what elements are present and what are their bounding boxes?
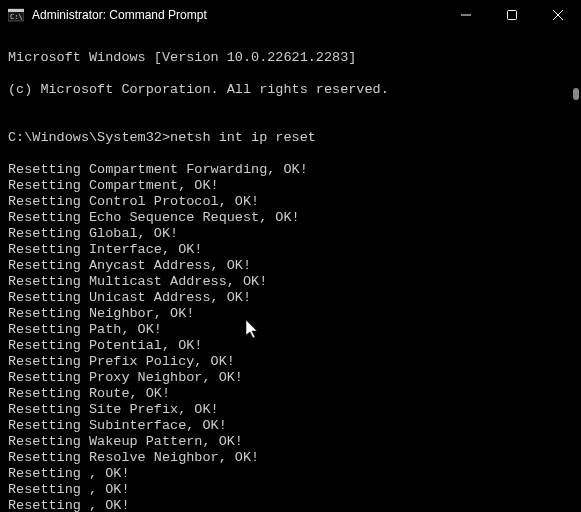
output-line: Resetting Compartment, OK! [8,178,573,194]
minimize-button[interactable] [443,0,489,30]
svg-rect-4 [508,11,517,20]
output-line: Resetting Compartment Forwarding, OK! [8,162,573,178]
output-line: Resetting Control Protocol, OK! [8,194,573,210]
close-button[interactable] [535,0,581,30]
output-line: Resetting , OK! [8,466,573,482]
window-title: Administrator: Command Prompt [32,8,443,22]
output-line: Resetting Interface, OK! [8,242,573,258]
output-line: Resetting , OK! [8,482,573,498]
command-text: netsh int ip reset [170,130,316,145]
maximize-button[interactable] [489,0,535,30]
svg-rect-1 [8,9,24,12]
svg-text:C:\: C:\ [10,13,23,21]
output-line: Resetting Subinterface, OK! [8,418,573,434]
window-titlebar: C:\ Administrator: Command Prompt [0,0,581,30]
output-lines: Resetting Compartment Forwarding, OK!Res… [8,162,573,512]
output-line: Resetting Potential, OK! [8,338,573,354]
output-line: Resetting Echo Sequence Request, OK! [8,210,573,226]
output-line: Resetting Resolve Neighbor, OK! [8,450,573,466]
version-line: Microsoft Windows [Version 10.0.22621.22… [8,50,573,66]
output-line: Resetting Route, OK! [8,386,573,402]
output-line: Resetting Anycast Address, OK! [8,258,573,274]
cmd-icon: C:\ [8,7,24,23]
scrollbar-track[interactable] [567,30,581,512]
output-line: Resetting , OK! [8,498,573,512]
prompt-line: C:\Windows\System32>netsh int ip reset [8,130,573,146]
output-line: Resetting Proxy Neighbor, OK! [8,370,573,386]
output-line: Resetting Prefix Policy, OK! [8,354,573,370]
output-line: Resetting Site Prefix, OK! [8,402,573,418]
prompt: C:\Windows\System32> [8,130,170,145]
window-controls [443,0,581,30]
output-line: Resetting Multicast Address, OK! [8,274,573,290]
terminal-output[interactable]: Microsoft Windows [Version 10.0.22621.22… [0,30,581,512]
output-line: Resetting Neighbor, OK! [8,306,573,322]
output-line: Resetting Wakeup Pattern, OK! [8,434,573,450]
output-line: Resetting Path, OK! [8,322,573,338]
output-line: Resetting Unicast Address, OK! [8,290,573,306]
scrollbar-thumb[interactable] [573,88,579,100]
output-line: Resetting Global, OK! [8,226,573,242]
copyright-line: (c) Microsoft Corporation. All rights re… [8,82,573,98]
